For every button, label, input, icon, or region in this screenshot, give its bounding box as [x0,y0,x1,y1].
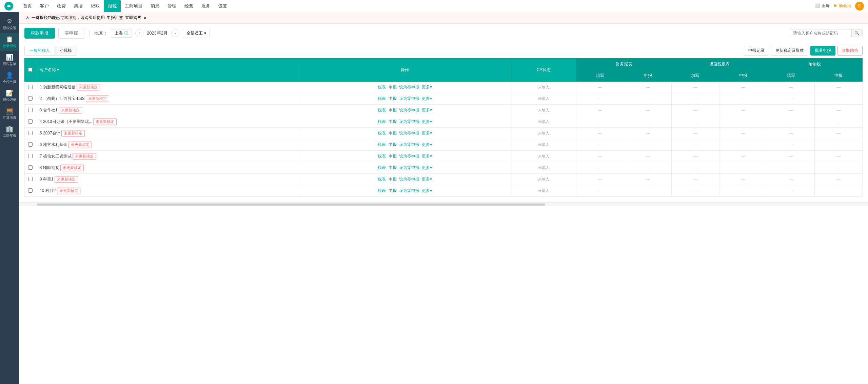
select-all-checkbox[interactable] [28,67,33,72]
sidebar-item-personal-tax[interactable]: 👤 个税申报 [0,69,19,87]
op-more[interactable]: 更多▾ [422,142,432,147]
row-checkbox[interactable] [28,96,33,101]
op-more[interactable]: 更多▾ [422,177,432,182]
op-zero-declare[interactable]: 设为零申报 [399,165,419,170]
op-zero-declare[interactable]: 设为零申报 [399,188,419,193]
sidebar-item-tax-settings[interactable]: ⚙ 报税设置 [0,15,19,33]
op-more[interactable]: 更多▾ [422,85,432,89]
op-declare[interactable]: 申报 [389,108,397,112]
declaration-record-button[interactable]: 申报记录 [744,46,769,56]
op-tax-table[interactable]: 税表 [378,142,386,147]
nav-customer[interactable]: 客户 [36,0,53,12]
op-zero-declare[interactable]: 设为零申报 [399,96,419,101]
nav-tax[interactable]: 报税 [104,0,121,12]
tab-zero-declaration[interactable]: 零申报 [58,28,84,39]
op-declare[interactable]: 申报 [389,85,397,89]
op-tax-table[interactable]: 税表 [378,108,386,112]
nav-message[interactable]: 消息 [146,0,163,12]
nav-fee[interactable]: 收费 [53,0,70,12]
op-tax-table[interactable]: 税表 [378,188,386,193]
banner-link-buy[interactable]: 立即购买 [125,15,141,21]
op-tax-table[interactable]: 税表 [378,119,386,124]
op-declare[interactable]: 申报 [389,165,397,170]
col-3: — [719,93,767,105]
op-zero-declare[interactable]: 设为零申报 [399,131,419,135]
col-2: — [672,82,719,93]
sidebar-item-settlement[interactable]: 🧮 汇算清缴 [0,105,19,123]
search-button[interactable]: 🔍 [851,29,862,37]
next-month-button[interactable]: › [171,29,179,37]
op-more[interactable]: 更多▾ [422,96,432,101]
horizontal-scrollbar[interactable] [19,202,868,206]
row-checkbox[interactable] [28,188,33,193]
op-tax-table[interactable]: 税表 [378,96,386,101]
row-checkbox[interactable] [28,154,33,158]
op-more[interactable]: 更多▾ [422,154,432,158]
info-icon[interactable]: ⓘ [124,30,128,36]
nav-manage[interactable]: 管理 [163,0,180,12]
col-0: — [576,162,624,174]
update-tax-button[interactable]: 更新税定及取数 [771,46,808,56]
op-declare[interactable]: 申报 [389,96,397,101]
fullscreen-button[interactable]: ⬜ 全屏 [815,3,829,9]
op-declare[interactable]: 申报 [389,119,397,124]
op-more[interactable]: 更多▾ [422,119,432,124]
staff-selector[interactable]: 全部员工 ▾ [183,29,210,38]
search-input[interactable] [790,29,851,37]
collect-receipt-button[interactable]: 收取回执 [837,46,863,56]
nav-home[interactable]: 首页 [19,0,36,12]
nav-business[interactable]: 工商项目 [121,0,146,12]
row-checkbox[interactable] [28,119,33,124]
banner-close-button[interactable]: ✕ [143,16,147,20]
member-button[interactable]: ▶ 畅会员 [834,3,851,9]
sidebar-item-tax-overview[interactable]: 📊 报税总览 [0,51,19,69]
op-tax-table[interactable]: 税表 [378,131,386,135]
nav-invoice[interactable]: 票据 [70,0,87,12]
op-tax-table[interactable]: 税表 [378,154,386,158]
tab-tax-declaration[interactable]: 税款申报 [24,28,55,39]
row-checkbox[interactable] [28,85,33,89]
col-0: — [576,185,624,197]
operation-cell: 税表 申报 设为零申报 更多▾ [299,139,511,151]
op-tax-table[interactable]: 税表 [378,85,386,89]
op-more[interactable]: 更多▾ [422,131,432,135]
tab-small-scale[interactable]: 小规模 [55,46,77,55]
op-zero-declare[interactable]: 设为零申报 [399,154,419,158]
op-declare[interactable]: 申报 [389,154,397,158]
op-zero-declare[interactable]: 设为零申报 [399,85,419,89]
op-zero-declare[interactable]: 设为零申报 [399,142,419,147]
op-more[interactable]: 更多▾ [422,188,432,193]
batch-declare-button[interactable]: 批量申报 [810,46,835,56]
op-declare[interactable]: 申报 [389,131,397,135]
op-declare[interactable]: 申报 [389,142,397,147]
op-declare[interactable]: 申报 [389,188,397,193]
tab-general-taxpayer[interactable]: 一般的税人 [25,46,55,55]
banner-link-report[interactable]: 申报汇签 [107,15,123,21]
op-tax-table[interactable]: 税表 [378,165,386,170]
sidebar-item-annual-report[interactable]: 🏢 工商年报 [0,123,19,141]
op-tax-table[interactable]: 税表 [378,177,386,182]
gear-icon: ⚙ [7,18,12,25]
table-row: 3 合作社1 未更新核定 税表 申报 设为零申报 更多▾ 未填入 —————— [25,105,863,116]
nav-settings[interactable]: 设置 [214,0,231,12]
nav-service[interactable]: 服务 [197,0,214,12]
op-zero-declare[interactable]: 设为零申报 [399,119,419,124]
scroll-thumb[interactable] [37,204,545,206]
row-number: 7 [40,154,42,158]
row-checkbox[interactable] [28,142,33,147]
op-zero-declare[interactable]: 设为零申报 [399,108,419,112]
op-declare[interactable]: 申报 [389,177,397,182]
op-more[interactable]: 更多▾ [422,165,432,170]
sidebar-item-batch-tax[interactable]: 📋 批量报税 [0,33,19,51]
prev-month-button[interactable]: ‹ [135,29,143,37]
op-zero-declare[interactable]: 设为零申报 [399,177,419,182]
user-avatar[interactable]: 用 [855,2,864,10]
op-more[interactable]: 更多▾ [422,108,432,112]
row-checkbox[interactable] [28,177,33,181]
nav-operation[interactable]: 经营 [180,0,197,12]
sidebar-item-tax-record[interactable]: 📝 报税记录 [0,87,19,105]
nav-bookkeeping[interactable]: 记账 [87,0,104,12]
row-checkbox[interactable] [28,165,33,170]
row-checkbox[interactable] [28,108,33,112]
row-checkbox[interactable] [28,131,33,135]
